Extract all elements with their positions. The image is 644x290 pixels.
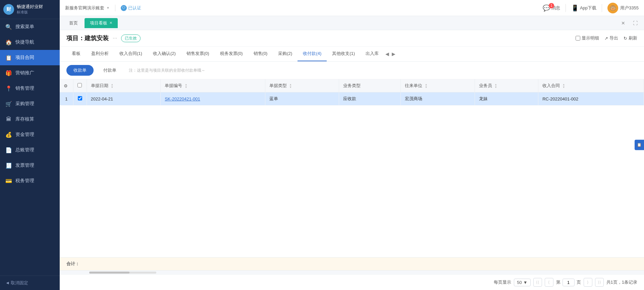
tab-income-contract[interactable]: 收入合同(1) (114, 47, 148, 61)
last-page-button[interactable]: ⟩⟩ (595, 278, 604, 287)
col-checkbox[interactable] (73, 79, 87, 92)
tab-kanban[interactable]: 看板 (66, 47, 86, 61)
col-salesperson[interactable]: 业务员 ▲▼ (475, 79, 538, 92)
project-title: 项目：建筑安装 (66, 34, 109, 42)
tab-profit-analysis[interactable]: 盈利分析 (86, 47, 114, 61)
col-number[interactable]: 单据编号 ▲▼ (161, 79, 265, 92)
sidebar-item-inventory[interactable]: 🏛 库存核算 (0, 112, 60, 127)
sidebar-item-tax[interactable]: 💳 税务管理 (0, 173, 60, 189)
col-income-contract[interactable]: 收入合同 ▲▼ (538, 79, 644, 92)
page-input[interactable] (562, 279, 575, 286)
messages-button[interactable]: 💬 消息 1 (543, 4, 560, 12)
project-status-badge: 已生效 (121, 34, 141, 42)
col-partner[interactable]: 往来单位 ▲▼ (400, 79, 475, 92)
export-button[interactable]: ↗ 导出 (604, 35, 618, 41)
contract-icon: 📋 (5, 54, 12, 61)
sort-icon: ▲▼ (425, 83, 427, 89)
select-all-checkbox[interactable] (77, 83, 82, 87)
next-page-button[interactable]: ⟩ (584, 278, 592, 287)
sidebar-item-search[interactable]: 🔍 搜索菜单 (0, 19, 60, 34)
float-action-button[interactable]: 📋 (635, 140, 644, 150)
sub-tab-receipt[interactable]: 收款单 (66, 65, 94, 76)
float-icon: 📋 (637, 143, 642, 147)
tab-tax-invoice[interactable]: 税务发票(0) (215, 47, 248, 61)
expand-window-button[interactable]: ⛶ (631, 18, 640, 28)
topbar-divider (115, 5, 115, 11)
tab-income-confirm[interactable]: 收入确认(2) (148, 47, 181, 61)
topbar-divider3 (602, 4, 602, 12)
sidebar-item-marketing[interactable]: 🎁 营销推广 (0, 65, 60, 81)
sidebar-item-project-contract[interactable]: 📋 项目合同 (0, 50, 60, 65)
show-detail-toggle[interactable]: 显示明细 (576, 35, 599, 41)
tab-project-board[interactable]: 项目看板 ✕ (85, 18, 118, 28)
scrollbar-thumb[interactable] (89, 272, 129, 274)
sidebar-item-sales[interactable]: 📍 销售管理 (0, 81, 60, 96)
gift-icon: 🎁 (5, 70, 12, 76)
refresh-button[interactable]: ↻ 刷新 (624, 35, 637, 41)
more-options-icon[interactable]: ··· (113, 35, 117, 41)
sidebar-item-invoice[interactable]: 🧾 发票管理 (0, 158, 60, 173)
tab-warehousing[interactable]: 出入库 (360, 47, 384, 61)
chevron-down-icon: ▼ (106, 6, 110, 10)
show-detail-checkbox[interactable] (576, 36, 580, 41)
nav-tabs: 看板 盈利分析 收入合同(1) 收入确认(2) 销售发票(0) 税务发票(0) … (60, 47, 644, 62)
cell-date: 2022-04-21 (87, 92, 161, 105)
col-date[interactable]: 单据日期 ▲▼ (87, 79, 161, 92)
chevron-down-icon: ▼ (523, 280, 528, 285)
nav-right-arrow[interactable]: ▶ (390, 49, 397, 59)
row-checkbox[interactable] (78, 96, 82, 100)
sub-tab-note: 注：这里是与项目关联的全部收付款单哦～ (129, 68, 205, 73)
cell-checkbox[interactable] (73, 92, 87, 105)
sidebar-item-ledger[interactable]: 📄 总账管理 (0, 142, 60, 158)
ledger-icon: 📄 (5, 147, 12, 153)
sidebar: 财 畅捷通好业财 标准版 🔍 搜索菜单 🏠 快捷导航 📋 项目合同 🎁 营销推广… (0, 0, 60, 290)
app-download-button[interactable]: 📱 App下载 (571, 4, 596, 12)
account-selector[interactable]: 新服务官网演示账套 ▼ (65, 5, 110, 11)
tab-home[interactable]: 首页 (64, 18, 83, 28)
pagination: 每页显示 50 ▼ ⟨⟨ ⟨ 第 页 ⟩ ⟩⟩ 共1页，1条记录 (60, 274, 644, 290)
total-label: 合计： (66, 261, 79, 267)
phone-icon: 📱 (571, 4, 579, 12)
table-container: ⚙ 单据日期 ▲▼ 单据编号 ▲▼ (60, 79, 644, 257)
horizontal-scrollbar[interactable] (60, 270, 644, 274)
sub-tabs: 收款单 付款单 注：这里是与项目关联的全部收付款单哦～ (60, 62, 644, 79)
user-button[interactable]: 🐵 用户3355 (607, 3, 639, 13)
invoice-icon: 🧾 (5, 162, 12, 169)
col-settings[interactable]: ⚙ (60, 79, 73, 92)
tab-close-icon[interactable]: ✕ (109, 21, 112, 25)
first-page-button[interactable]: ⟨⟨ (533, 278, 542, 287)
prev-icon: ⟨ (548, 280, 550, 285)
sidebar-item-quick-nav[interactable]: 🏠 快捷导航 (0, 34, 60, 50)
shield-icon: 🛡 (121, 5, 127, 11)
notification-badge: 1 (549, 3, 554, 8)
tab-receipts-payments[interactable]: 收付款(4) (298, 47, 327, 61)
sidebar-item-finance[interactable]: 💰 资金管理 (0, 127, 60, 142)
topbar-divider2 (566, 4, 566, 12)
tab-sales[interactable]: 销售(0) (248, 47, 273, 61)
nav-left-arrow[interactable]: ◀ (384, 49, 390, 59)
close-window-button[interactable]: ✕ (619, 18, 628, 28)
col-biz-type: 业务类型 (339, 79, 401, 92)
per-page-select[interactable]: 50 ▼ (514, 279, 530, 286)
cell-partner: 宏茂商场 (400, 92, 475, 105)
finance-icon: 💰 (5, 131, 12, 138)
export-icon: ↗ (604, 36, 608, 41)
tab-purchase[interactable]: 采购(2) (273, 47, 298, 61)
table-row[interactable]: 1 2022-04-21 SK-20220421-001 蓝单 应收款 宏茂商场… (60, 92, 644, 105)
sub-tab-payment[interactable]: 付款单 (96, 65, 123, 76)
total-records: 共1页，1条记录 (606, 279, 637, 285)
unpin-button[interactable]: ◄ 取消固定 (0, 276, 60, 290)
sidebar-item-purchase[interactable]: 🛒 采购管理 (0, 96, 60, 112)
account-name: 新服务官网演示账套 (65, 5, 104, 11)
cell-number[interactable]: SK-20220421-001 (161, 92, 265, 105)
topbar: 新服务官网演示账套 ▼ 🛡 已认证 💬 消息 1 📱 App下载 🐵 用户335… (60, 0, 644, 16)
prev-page-button[interactable]: ⟨ (545, 278, 553, 287)
col-type[interactable]: 单据类型 ▲▼ (265, 79, 339, 92)
first-page-icon: ⟨⟨ (536, 280, 539, 285)
main-content: 新服务官网演示账套 ▼ 🛡 已认证 💬 消息 1 📱 App下载 🐵 用户335… (60, 0, 644, 290)
purchase-icon: 🛒 (5, 100, 12, 107)
tab-other-income-expense[interactable]: 其他收支(1) (327, 47, 360, 61)
data-table: ⚙ 单据日期 ▲▼ 单据编号 ▲▼ (60, 79, 644, 105)
per-page-label: 每页显示 (494, 279, 511, 285)
tab-sales-invoice[interactable]: 销售发票(0) (181, 47, 215, 61)
